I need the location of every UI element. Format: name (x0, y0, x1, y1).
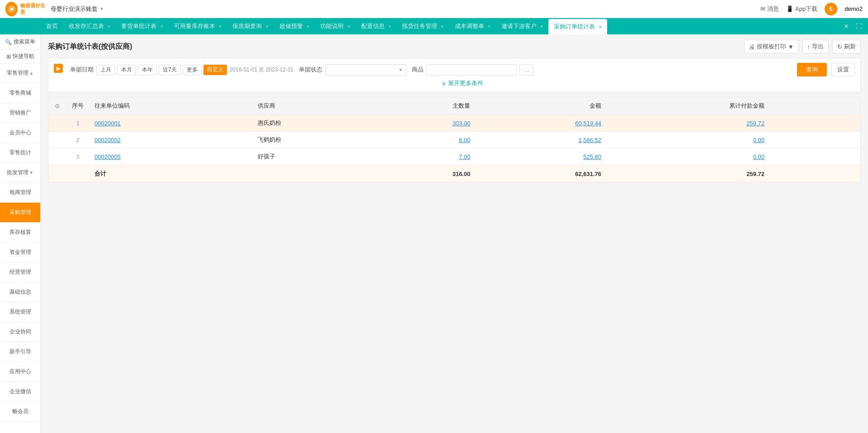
tab-function-desc[interactable]: 功能说明 × (315, 18, 355, 34)
sidebar-item-purchase-manage[interactable]: 采购管理 (0, 203, 40, 223)
status-select[interactable] (325, 64, 406, 76)
tab-expiry-query[interactable]: 保质期查询 × (227, 18, 274, 34)
sidebar-quick-nav[interactable]: ⊞ 快捷导航 (0, 50, 40, 63)
page-header: 采购订单统计表(按供应商) 🖨 按模板打印 ▼ ↑ 导出 ↻ 刷新 (48, 40, 861, 53)
sidebar-item-system[interactable]: 系统管理 (0, 302, 40, 322)
tab-expiry-query-close[interactable]: × (265, 24, 268, 29)
export-button[interactable]: ↑ 导出 (802, 40, 829, 53)
row-2-unit-code[interactable]: 00020002 (89, 132, 252, 148)
sidebar-item-retail-mall[interactable]: 零售商城 (0, 83, 40, 103)
sidebar-item-ecommerce[interactable]: 电商管理 (0, 183, 40, 203)
tab-overstock-warning-close[interactable]: × (307, 24, 309, 29)
tab-cost-adjust[interactable]: 成本调整单 × (449, 18, 496, 34)
goods-input[interactable] (426, 64, 517, 76)
date-7days-btn[interactable]: 近7天 (159, 65, 181, 75)
footer-amount: 62,631.76 (476, 165, 607, 183)
app-download-btn[interactable]: 📱 App下载 (786, 5, 817, 13)
row-1-quantity[interactable]: 303.00 (374, 115, 476, 132)
print-icon: 🖨 (749, 43, 755, 50)
sidebar-search-label: 搜索菜单 (14, 38, 35, 46)
filter-toggle-btn[interactable]: ▶ (54, 64, 63, 73)
tab-home[interactable]: 首页 (41, 18, 63, 34)
row-1-paid-amount[interactable]: 259.72 (607, 115, 770, 132)
sidebar-item-enterprise-wechat[interactable]: 企业微信 (0, 382, 40, 402)
status-label: 单据状态 (299, 66, 322, 74)
sidebar-item-operations[interactable]: 经营管理 (0, 262, 40, 282)
sidebar-item-vip[interactable]: 畅会员 (0, 402, 40, 422)
tab-inventory-ledger[interactable]: 可用量库存账本 × (169, 18, 227, 34)
sidebar-marketing-label: 营销推广 (9, 109, 31, 117)
row-3-paid-amount[interactable]: 0.00 (607, 148, 770, 165)
footer-paid-amount: 259.72 (607, 165, 770, 183)
row-1-amount[interactable]: 60,519.44 (476, 115, 607, 132)
template-print-label: 按模板打印 (757, 43, 786, 51)
tab-cost-adjust-close[interactable]: × (488, 24, 491, 29)
tab-invite-downstream-close[interactable]: × (540, 24, 543, 29)
row-2-quantity[interactable]: 6.00 (374, 132, 476, 148)
tab-picking-task-close[interactable]: × (441, 24, 443, 29)
username[interactable]: demo2 (844, 5, 863, 12)
date-cur-year-btn[interactable]: 本年 (138, 65, 157, 75)
date-prev-month-btn[interactable]: 上月 (96, 65, 115, 75)
row-2-paid-amount[interactable]: 0.00 (607, 132, 770, 148)
sidebar-item-new-guide[interactable]: 新手引导 (0, 342, 40, 362)
message-label: 消息 (767, 5, 779, 13)
expand-more[interactable]: ∨ 展开更多条件 (70, 79, 855, 87)
sidebar-item-marketing[interactable]: 营销推广 (0, 103, 40, 123)
date-cur-month-btn[interactable]: 本月 (117, 65, 136, 75)
tab-overstock-warning-label: 超储预警 (279, 22, 303, 30)
settings-button[interactable]: 设置 (831, 63, 855, 76)
message-btn[interactable]: ✉ 消息 (760, 5, 779, 13)
status-select-wrap: ▼ (325, 64, 406, 76)
query-button[interactable]: 查询 (797, 63, 827, 76)
date-more-btn[interactable]: 更多 (183, 65, 202, 75)
table-row: 3 00020005 好孩子 7.00 525.80 0.00 (48, 148, 860, 165)
row-3-quantity[interactable]: 7.00 (374, 148, 476, 165)
tab-receive-summary-close[interactable]: × (108, 24, 110, 29)
workspace-dropdown-icon: ▼ (99, 6, 104, 11)
row-2-amount[interactable]: 1,586.52 (476, 132, 607, 148)
nav-close-btn[interactable]: ✕ (841, 21, 852, 32)
tab-picking-task[interactable]: 拣货任务管理 × (396, 18, 449, 34)
sidebar-item-inventory[interactable]: 库存核算 (0, 223, 40, 243)
tab-order-summary-label: 要货单统计表 (121, 22, 156, 30)
tab-overstock-warning[interactable]: 超储预警 × (274, 18, 315, 34)
goods-more-btn[interactable]: … (519, 64, 533, 76)
tab-order-summary[interactable]: 要货单统计表 × (116, 18, 168, 34)
sidebar-item-retail-stats[interactable]: 零售统计 (0, 143, 40, 163)
sidebar-item-finance[interactable]: 资金管理 (0, 243, 40, 262)
avatar-initial: E (829, 6, 833, 12)
sidebar-item-app-center[interactable]: 应用中心 (0, 362, 40, 382)
user-avatar[interactable]: E (825, 3, 837, 15)
col-supplier: 供应商 (252, 97, 374, 115)
sidebar-item-wholesale-manage[interactable]: 批发管理 ▼ (0, 163, 40, 183)
col-num: 序号 (66, 97, 89, 115)
row-3-unit-code[interactable]: 00020005 (89, 148, 252, 165)
row-3-num: 3 (66, 148, 89, 165)
template-print-button[interactable]: 🖨 按模板打印 ▼ (744, 40, 799, 53)
workspace-selector[interactable]: 母婴行业演示账套 ▼ (51, 5, 104, 13)
sidebar-item-member-center[interactable]: 会员中心 (0, 123, 40, 143)
table-settings-icon[interactable]: ⚙ (55, 103, 60, 109)
tab-config-info[interactable]: 配置信息 × (356, 18, 396, 34)
tab-invite-downstream[interactable]: 邀请下游客户 × (496, 18, 548, 34)
sidebar-item-basic-info[interactable]: 基础信息 (0, 282, 40, 302)
nav-maximize-btn[interactable]: ⛶ (854, 21, 864, 32)
tab-purchase-summary-close[interactable]: × (599, 24, 601, 29)
sidebar-search[interactable]: 🔍 搜索菜单 (0, 34, 40, 50)
refresh-button[interactable]: ↻ 刷新 (832, 40, 861, 53)
custom-date-tag[interactable]: 自定义 (203, 65, 227, 75)
sidebar-item-enterprise-collab[interactable]: 企业协同 (0, 322, 40, 342)
row-3-amount[interactable]: 525.80 (476, 148, 607, 165)
message-icon: ✉ (760, 5, 765, 12)
tab-purchase-summary[interactable]: 采购订单统计表 × (548, 19, 607, 34)
tab-receive-summary[interactable]: 收发存汇总表 × (63, 18, 116, 34)
expand-more-label: 展开更多条件 (448, 79, 483, 87)
tab-inventory-ledger-label: 可用量库存账本 (174, 22, 215, 30)
sidebar-item-retail-manage[interactable]: 零售管理 ▲ (0, 63, 40, 83)
row-1-unit-code[interactable]: 00020001 (89, 115, 252, 132)
tab-order-summary-close[interactable]: × (160, 24, 163, 29)
tab-inventory-ledger-close[interactable]: × (219, 24, 222, 29)
tab-function-desc-close[interactable]: × (347, 24, 350, 29)
tab-config-info-close[interactable]: × (388, 24, 391, 29)
